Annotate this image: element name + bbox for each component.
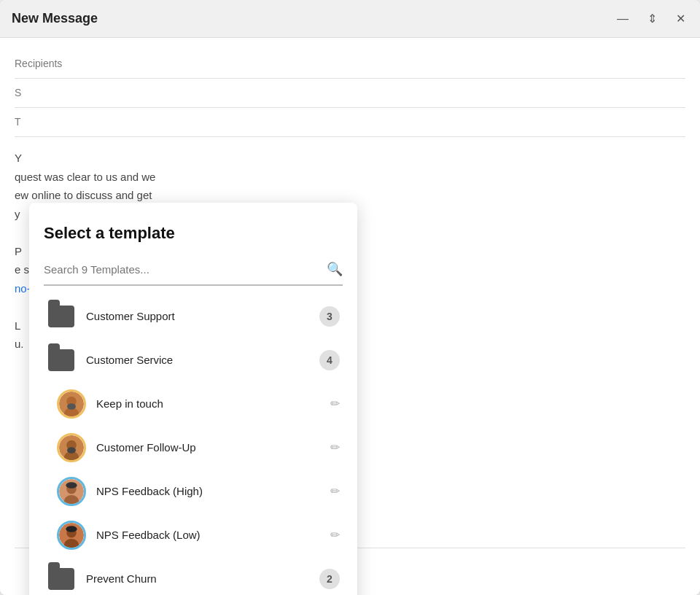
template-search-wrap: 🔍 [44, 259, 343, 286]
edit-icon: ✏ [330, 526, 340, 545]
template-item-name: Customer Follow-Up [96, 439, 320, 456]
avatar-svg [59, 435, 84, 460]
subject-field: S [15, 79, 685, 108]
avatar-svg [59, 523, 84, 548]
search-icon: 🔍 [327, 259, 343, 280]
folder-icon [48, 349, 74, 371]
folder-icon [48, 306, 74, 327]
list-item[interactable]: Prevent Churn 2 [44, 557, 343, 595]
edit-icon: ✏ [330, 394, 340, 413]
recipients-label: Recipients [15, 58, 62, 69]
list-item[interactable]: NPS Feedback (High) ✏ [44, 470, 343, 513]
avatar [57, 433, 86, 462]
avatar [57, 389, 86, 419]
close-button[interactable]: ✕ [673, 12, 688, 26]
edit-icon: ✏ [330, 482, 340, 501]
list-item[interactable]: Customer Support 3 [44, 295, 343, 338]
svg-point-7 [67, 447, 76, 454]
minimize-button[interactable]: — [614, 12, 631, 26]
list-item[interactable]: NPS Feedback (Low) ✏ [44, 513, 343, 557]
window-title: New Message [12, 11, 98, 26]
avatar-svg [59, 392, 84, 416]
template-search-input[interactable] [44, 263, 327, 276]
titlebar: New Message — ⇕ ✕ [0, 0, 700, 38]
svg-point-3 [67, 403, 76, 410]
svg-point-15 [66, 526, 77, 532]
template-item-name: NPS Feedback (High) [96, 483, 320, 500]
to-field: T [15, 108, 685, 137]
folder-icon-container [47, 302, 76, 331]
body-line1: quest was clear to us and we [15, 171, 155, 183]
avatar-svg [59, 479, 84, 504]
list-item[interactable]: Customer Follow-Up ✏ [44, 426, 343, 470]
body-line2: ew online to discuss and get [15, 189, 152, 201]
list-item[interactable]: Keep in touch ✏ [44, 382, 343, 426]
template-badge: 2 [319, 569, 340, 589]
new-message-window: New Message — ⇕ ✕ Recipients S T Y quest… [0, 0, 700, 595]
avatar-container [57, 433, 86, 462]
avatar [57, 477, 86, 506]
template-list: Customer Support 3 Customer Service 4 [44, 295, 343, 595]
template-item-name: Customer Service [86, 351, 309, 369]
avatar-container [57, 477, 86, 506]
svg-point-11 [66, 482, 77, 489]
template-badge: 4 [319, 350, 340, 370]
template-item-name: Prevent Churn [86, 570, 309, 588]
template-item-name: NPS Feedback (Low) [96, 526, 320, 544]
template-dropdown-title: Select a template [44, 220, 343, 246]
to-label: T [15, 116, 21, 128]
recipients-field: Recipients [15, 50, 685, 79]
email-body: Y quest was clear to us and we ew online… [15, 137, 685, 548]
avatar [57, 521, 86, 550]
folder-icon-container [47, 346, 76, 375]
template-dropdown: Select a template 🔍 Customer Support 3 [29, 203, 357, 595]
window-body: Recipients S T Y quest was clear to us a… [0, 38, 700, 595]
body-line6: L [15, 319, 20, 332]
avatar-container [57, 521, 86, 550]
list-item[interactable]: Customer Service 4 [44, 338, 343, 382]
window-controls: — ⇕ ✕ [614, 12, 688, 26]
folder-icon-container [47, 564, 76, 594]
template-item-name: Keep in touch [96, 395, 320, 413]
subject-label: S [15, 87, 21, 98]
body-line4: P [15, 245, 22, 257]
template-badge: 3 [319, 306, 340, 327]
avatar-container [57, 389, 86, 419]
body-end: u. [15, 338, 24, 350]
folder-icon [48, 568, 74, 590]
body-line3: y [15, 208, 20, 220]
template-item-name: Customer Support [86, 308, 309, 325]
resize-button[interactable]: ⇕ [645, 12, 660, 26]
edit-icon: ✏ [330, 438, 340, 457]
